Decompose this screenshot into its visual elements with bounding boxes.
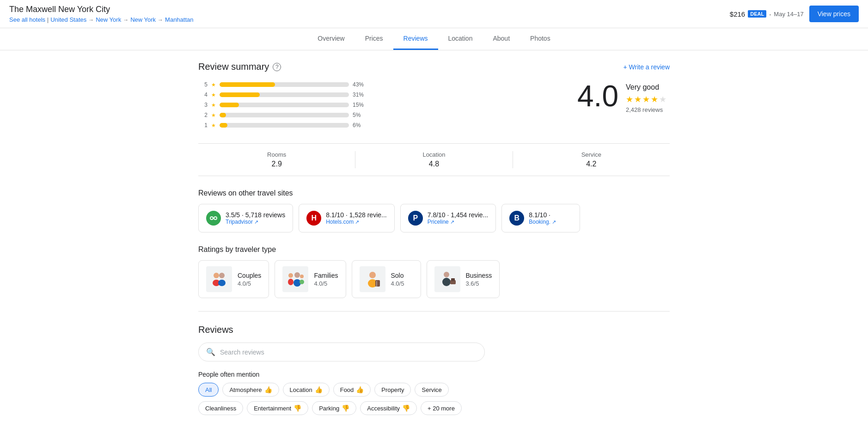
location-icon: 👍 bbox=[315, 386, 323, 393]
tripadvisor-logo bbox=[206, 211, 221, 226]
chip-location[interactable]: Location 👍 bbox=[283, 383, 330, 397]
chip-parking[interactable]: Parking 👎 bbox=[312, 401, 356, 415]
search-reviews-container: 🔍 bbox=[198, 342, 485, 361]
chips-row-1: All Atmosphere 👍 Location 👍 Food 👍 Prope… bbox=[198, 383, 670, 397]
bar-label-4: 4 bbox=[198, 92, 208, 98]
sub-score-location-label: Location bbox=[355, 151, 512, 158]
star-3: ★ bbox=[642, 94, 650, 104]
sub-score-rooms-value: 2.9 bbox=[198, 160, 355, 168]
chip-service[interactable]: Service bbox=[415, 383, 448, 397]
bar-label-5: 5 bbox=[198, 81, 208, 88]
tab-prices[interactable]: Prices bbox=[355, 28, 393, 50]
svg-point-10 bbox=[288, 273, 293, 278]
star-2: ★ bbox=[634, 94, 642, 104]
svg-point-2 bbox=[211, 217, 213, 219]
svg-point-6 bbox=[219, 273, 225, 278]
traveler-solo-info: Solo 4.0/5 bbox=[391, 272, 404, 287]
arrow-3: → bbox=[158, 17, 163, 23]
priceline-logo: P bbox=[408, 211, 423, 226]
rating-bars-section: 5 ★ 43% 4 ★ 31% 3 ★ bbox=[198, 81, 670, 132]
bar-track-2 bbox=[220, 113, 349, 117]
see-all-hotels-link[interactable]: See all hotels bbox=[9, 16, 45, 23]
tripadvisor-info: 3.5/5 · 5,718 reviews Tripadvisor ↗ bbox=[226, 211, 285, 225]
accessibility-icon: 👎 bbox=[402, 404, 410, 412]
write-review-link[interactable]: + Write a review bbox=[623, 63, 670, 71]
traveler-solo[interactable]: Solo 4.0/5 bbox=[352, 260, 421, 298]
tripadvisor-card[interactable]: 3.5/5 · 5,718 reviews Tripadvisor ↗ bbox=[198, 204, 293, 232]
star-1: ★ bbox=[626, 94, 633, 104]
tripadvisor-name: Tripadvisor ↗ bbox=[226, 219, 285, 225]
help-icon[interactable]: ? bbox=[273, 63, 281, 71]
review-summary-title: Review summary ? bbox=[198, 61, 281, 72]
arrow-2: → bbox=[123, 17, 128, 23]
breadcrumb-new-york-city[interactable]: New York bbox=[130, 16, 156, 23]
bar-row-5: 5 ★ 43% bbox=[198, 81, 550, 88]
bar-fill-4 bbox=[220, 92, 260, 97]
parking-icon: 👎 bbox=[342, 404, 349, 412]
svg-point-17 bbox=[369, 272, 376, 278]
booking-name: Booking. ↗ bbox=[529, 219, 556, 225]
sub-score-service-value: 4.2 bbox=[513, 160, 670, 168]
review-summary-header: Review summary ? + Write a review bbox=[198, 61, 670, 72]
priceline-card[interactable]: P 7.8/10 · 1,454 revie... Priceline ↗ bbox=[400, 204, 496, 232]
tab-about[interactable]: About bbox=[483, 28, 520, 50]
other-sites-title: Reviews on other travel sites bbox=[198, 189, 670, 197]
people-mention-title: People often mention bbox=[198, 371, 670, 378]
view-prices-button[interactable]: View prices bbox=[809, 6, 859, 22]
rating-bars: 5 ★ 43% 4 ★ 31% 3 ★ bbox=[198, 81, 550, 132]
breadcrumb-separator: | bbox=[47, 17, 49, 23]
breadcrumb-new-york-state[interactable]: New York bbox=[96, 16, 121, 23]
bar-row-2: 2 ★ 5% bbox=[198, 112, 550, 118]
chip-entertainment[interactable]: Entertainment 👎 bbox=[247, 401, 308, 415]
travel-sites: 3.5/5 · 5,718 reviews Tripadvisor ↗ H 8.… bbox=[198, 204, 670, 232]
traveler-couples-label: Couples bbox=[238, 272, 261, 279]
nav-tabs: Overview Prices Reviews Location About P… bbox=[0, 28, 868, 50]
search-icon: 🔍 bbox=[206, 348, 215, 356]
bar-pct-3: 15% bbox=[353, 102, 366, 108]
svg-point-23 bbox=[442, 278, 451, 286]
traveler-business[interactable]: Business 3.6/5 bbox=[427, 260, 500, 298]
tab-photos[interactable]: Photos bbox=[520, 28, 561, 50]
food-icon: 👍 bbox=[356, 386, 364, 393]
bar-track-1 bbox=[220, 123, 349, 128]
breadcrumb-united-states[interactable]: United States bbox=[50, 16, 86, 23]
price-info: $216 DEAL · May 14–17 bbox=[730, 10, 804, 18]
chip-accessibility[interactable]: Accessibility 👎 bbox=[360, 401, 417, 415]
chip-cleanliness[interactable]: Cleanliness bbox=[198, 401, 243, 415]
traveler-families-info: Families 4.0/5 bbox=[314, 272, 338, 287]
traveler-couples-img bbox=[206, 266, 232, 292]
chip-property[interactable]: Property bbox=[374, 383, 411, 397]
hotels-com-logo: H bbox=[306, 211, 321, 226]
tab-overview[interactable]: Overview bbox=[307, 28, 355, 50]
bar-pct-2: 5% bbox=[353, 112, 366, 118]
chip-food[interactable]: Food 👍 bbox=[333, 383, 371, 397]
chip-all[interactable]: All bbox=[198, 383, 219, 397]
hotels-com-card[interactable]: H 8.1/10 · 1,528 revie... Hotels.com ↗ bbox=[299, 204, 395, 232]
header-left: The Maxwell New York City See all hotels… bbox=[9, 5, 194, 23]
hotels-com-name: Hotels.com ↗ bbox=[326, 219, 387, 225]
chip-atmosphere[interactable]: Atmosphere 👍 bbox=[222, 383, 279, 397]
hotels-com-info: 8.1/10 · 1,528 revie... Hotels.com ↗ bbox=[326, 211, 387, 225]
bar-label-3: 3 bbox=[198, 102, 208, 108]
date-separator: · bbox=[769, 10, 771, 18]
priceline-score: 7.8/10 · 1,454 revie... bbox=[428, 211, 489, 219]
booking-card[interactable]: B 8.1/10 · Booking. ↗ bbox=[501, 204, 580, 232]
arrow-1: → bbox=[88, 17, 94, 23]
breadcrumb-manhattan[interactable]: Manhattan bbox=[165, 16, 193, 23]
search-input[interactable] bbox=[220, 349, 477, 356]
sub-score-service: Service 4.2 bbox=[513, 151, 670, 168]
star-5: ★ bbox=[659, 94, 666, 104]
bar-pct-5: 43% bbox=[353, 81, 366, 88]
chips-row-2: Cleanliness Entertainment 👎 Parking 👎 Ac… bbox=[198, 401, 670, 415]
svg-point-5 bbox=[214, 273, 219, 278]
bar-fill-5 bbox=[220, 82, 275, 87]
traveler-families[interactable]: Families 4.0/5 bbox=[275, 260, 346, 298]
chip-more[interactable]: + 20 more bbox=[421, 401, 462, 415]
hotels-com-score: 8.1/10 · 1,528 revie... bbox=[326, 211, 387, 219]
tab-location[interactable]: Location bbox=[438, 28, 483, 50]
hotel-title: The Maxwell New York City bbox=[9, 5, 194, 14]
traveler-couples[interactable]: Couples 4.0/5 bbox=[198, 260, 269, 298]
tab-reviews[interactable]: Reviews bbox=[393, 28, 438, 50]
svg-point-13 bbox=[288, 279, 293, 285]
traveler-business-label: Business bbox=[466, 272, 492, 279]
